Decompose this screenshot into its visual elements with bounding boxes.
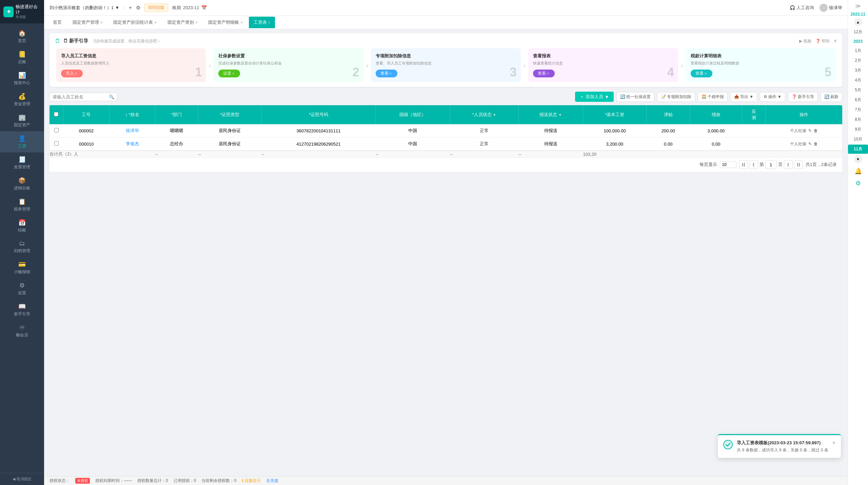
footer-dash-7 (646, 151, 690, 157)
step-arrow-4: › (679, 48, 685, 82)
guide-step-5: 税款计算明细表 查看税款计算过程及明细数据 查看＞ 5 (686, 48, 835, 82)
month-item-1[interactable]: 1月 (848, 46, 868, 55)
sidebar-item-archive[interactable]: 🗂 归档管理 (0, 237, 44, 257)
newguide-label: 新手引导 (798, 94, 814, 100)
sidebar-item-settings[interactable]: ⚙ 设置 (0, 278, 44, 299)
account-selector[interactable]: 刘小艳演示账套（勿删勿动！）1 ▼ (50, 5, 119, 11)
newguide-button[interactable]: ❓ 新手引导 (788, 92, 818, 102)
sidebar-item-closing[interactable]: 📅 结账 (0, 216, 44, 237)
tax-report-button[interactable]: 🧮 个税申报 (698, 92, 728, 102)
select-all-checkbox[interactable] (54, 112, 58, 116)
warm-tip-icon[interactable]: ℹ 温馨提示 (242, 478, 261, 484)
social-insurance-button[interactable]: 🔄 统一社保设置 (616, 92, 654, 102)
month-item-6[interactable]: 6月 (848, 95, 868, 105)
delete-icon-2[interactable]: 🗑 (814, 142, 818, 146)
month-item-9[interactable]: 9月 (848, 125, 868, 134)
renew-link[interactable]: 去充值 (266, 478, 278, 484)
year-up-button[interactable]: ▲ (854, 18, 862, 26)
month-item-10[interactable]: 10月 (848, 135, 868, 144)
personal-social-link-2[interactable]: 个人社保 (790, 141, 806, 147)
sidebar-item-report[interactable]: 📊 报表中心 (0, 68, 44, 89)
month-item-5[interactable]: 5月 (848, 86, 868, 95)
tab-detail-close[interactable]: × (240, 20, 242, 24)
month-item-2[interactable]: 2月 (848, 56, 868, 65)
row-checkbox-2[interactable] (54, 141, 59, 146)
sidebar-label-ledger: 总账 (18, 59, 26, 65)
tab-category[interactable]: 固定资产类别 × (163, 17, 202, 28)
tab-depreciation[interactable]: 固定资产折旧统计表 × (108, 17, 161, 28)
sidebar-item-sales[interactable]: 📦 进销台账 (0, 173, 44, 194)
page-next-button[interactable]: ⟩ (784, 160, 793, 169)
sidebar-item-tax[interactable]: 📋 税务管理 (0, 194, 44, 216)
edit-icon-1[interactable]: ✎ (808, 128, 812, 133)
calendar-icon[interactable]: 📅 (201, 5, 207, 10)
extra-deduction-button[interactable]: 📝 专项附加扣除 (657, 92, 695, 102)
expand-panel-button[interactable]: ≫ (855, 3, 861, 9)
month-item-12[interactable]: 12月 (848, 27, 868, 37)
guide-help-link[interactable]: ❓ 帮助 (815, 38, 830, 44)
delete-icon-1[interactable]: 🗑 (814, 128, 818, 133)
add-employee-button[interactable]: ＋ 添加人员 ▼ (575, 92, 614, 102)
sidebar-item-home[interactable]: 🏠 首页 (0, 26, 44, 47)
td-sendstatus-2: 待报送 (518, 137, 583, 151)
panel-notify-icon[interactable]: 🔔 (854, 167, 862, 175)
step-3-button[interactable]: 查看＞ (376, 70, 397, 77)
month-item-8[interactable]: 8月 (848, 115, 868, 124)
step-4-button[interactable]: 查看＞ (533, 70, 555, 77)
sidebar-item-expense[interactable]: 💳 小畅报销 (0, 257, 44, 278)
step-4-desc: 快速查看统计信息 (533, 60, 673, 67)
guide-close-button[interactable]: × (834, 38, 837, 44)
account-settings-icon[interactable]: ⚙ (136, 5, 140, 11)
per-page-select[interactable]: 10 20 50 100 (720, 161, 736, 168)
sidebar-item-invoice[interactable]: 🧾 发票管理 (0, 152, 44, 173)
page-prev-button[interactable]: ⟨ (749, 160, 758, 169)
page-total-info: 共1页，2条记录 (806, 162, 837, 168)
tab-payroll-close[interactable]: × (268, 20, 270, 24)
tab-assets[interactable]: 固定资产管理 × (68, 17, 107, 28)
sidebar-item-guide[interactable]: 📖 新手引导 (0, 299, 44, 320)
page-input[interactable] (765, 160, 777, 169)
sidebar-item-funds[interactable]: 💰 资金管理 (0, 89, 44, 110)
refresh-button[interactable]: 🔄 刷新 (821, 92, 842, 102)
year-down-button[interactable]: ▼ (854, 155, 862, 163)
page-last-button[interactable]: ⟩⟩ (794, 160, 803, 169)
page-first-button[interactable]: ⟨⟨ (739, 160, 748, 169)
sidebar-item-payroll[interactable]: 👤 工资 (0, 131, 44, 152)
export-button[interactable]: 📤 导出 ▼ (730, 92, 757, 102)
month-item-3[interactable]: 3月 (848, 66, 868, 75)
tab-detail[interactable]: 固定资产明细账 × (203, 17, 247, 28)
tab-payroll[interactable]: 工资表 × (249, 17, 275, 28)
personal-social-link-1[interactable]: 个人社保 (790, 128, 806, 134)
unpin-button[interactable]: ◀ 取消固定 (0, 473, 44, 485)
panel-settings-icon[interactable]: ⚙ (855, 180, 861, 187)
user-info[interactable]: 徐泽华 (820, 4, 842, 12)
toast-close-button[interactable]: × (832, 440, 835, 446)
step-2-button[interactable]: 设置＞ (218, 70, 240, 77)
tab-depreciation-close[interactable]: × (154, 20, 156, 24)
tax-icon: 🧮 (702, 94, 707, 99)
period-selector[interactable]: 账期 2023-11 📅 (172, 5, 207, 11)
switch-version-button[interactable]: 切到旧版 (144, 3, 168, 12)
sidebar-item-ledger[interactable]: 📒 总账 (0, 47, 44, 68)
td-name-1[interactable]: 徐泽华 (110, 124, 155, 137)
step-4-num: 4 (667, 65, 674, 79)
sidebar-item-vip[interactable]: ♾ 畅会员 (0, 320, 44, 341)
tab-assets-close[interactable]: × (100, 20, 102, 24)
month-item-11[interactable]: 11月 (848, 145, 868, 154)
row-checkbox-1[interactable] (54, 128, 59, 132)
step-5-button[interactable]: 查看＞ (691, 70, 712, 77)
step-1-button[interactable]: 导入＞ (61, 70, 83, 77)
operate-button[interactable]: ⚙ 操作 ▼ (760, 92, 785, 102)
sidebar-item-assets[interactable]: 🏢 固定资产 (0, 110, 44, 131)
support-link[interactable]: 🎧 人工咨询 (790, 5, 814, 11)
edit-icon-2[interactable]: ✎ (808, 142, 812, 146)
guide-video-link[interactable]: ▶ 视频 (799, 38, 811, 44)
tab-home[interactable]: 首页 (48, 17, 66, 28)
td-name-2[interactable]: 李俊杰 (110, 137, 155, 151)
td-allowance-2: 0.00 (646, 137, 690, 151)
add-account-button[interactable]: + (129, 5, 132, 11)
month-item-7[interactable]: 7月 (848, 105, 868, 114)
month-item-4[interactable]: 4月 (848, 76, 868, 85)
search-input[interactable] (53, 94, 107, 99)
tab-category-close[interactable]: × (195, 20, 197, 24)
